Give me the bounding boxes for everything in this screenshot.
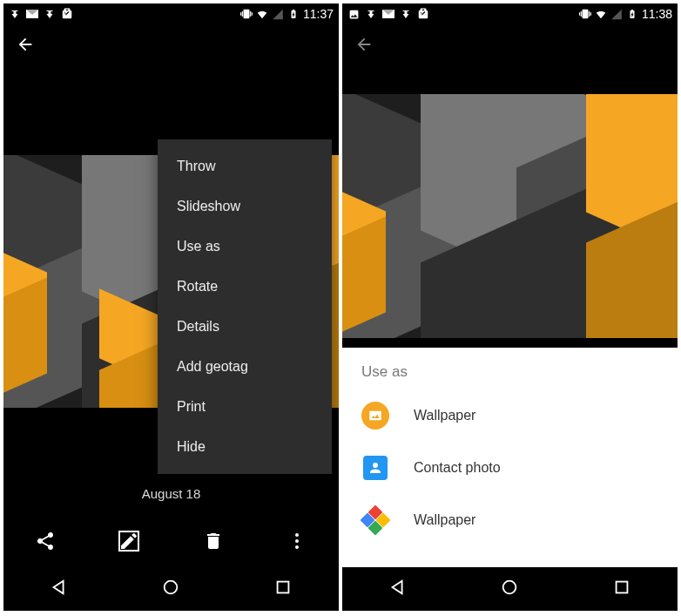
gmail-icon — [382, 10, 394, 18]
delete-button[interactable] — [202, 530, 225, 552]
phone-left: 11:37 August 18 — [3, 3, 339, 611]
download-icon — [365, 8, 377, 20]
download-icon — [400, 8, 412, 20]
svg-point-3 — [295, 545, 299, 549]
photo-action-bar — [3, 515, 339, 567]
clipboard-icon — [61, 8, 73, 20]
signal-icon — [272, 8, 284, 20]
svg-point-4 — [165, 581, 178, 594]
svg-rect-5 — [277, 582, 288, 593]
sheet-title: Use as — [342, 348, 678, 389]
battery-charging-icon — [287, 8, 300, 20]
wifi-icon — [256, 8, 268, 20]
menu-hide[interactable]: Hide — [158, 427, 332, 467]
menu-throw[interactable]: Throw — [158, 146, 332, 186]
photo-image — [342, 94, 678, 338]
svg-rect-6 — [369, 411, 381, 421]
sheet-item-label: Contact photo — [414, 460, 501, 476]
menu-print[interactable]: Print — [158, 387, 332, 427]
nav-bar — [3, 567, 339, 611]
overflow-button[interactable] — [286, 530, 308, 552]
gmail-icon — [26, 10, 38, 18]
overflow-menu: Throw Slideshow Use as Rotate Details Ad… — [158, 139, 332, 474]
nav-home-button[interactable] — [161, 578, 180, 600]
nav-recents-button[interactable] — [612, 578, 631, 600]
gallery-icon — [361, 402, 389, 430]
svg-point-2 — [295, 539, 299, 543]
google-photos-icon — [361, 506, 389, 534]
signal-icon — [610, 8, 623, 20]
menu-rotate[interactable]: Rotate — [158, 267, 332, 307]
menu-details[interactable]: Details — [158, 307, 332, 347]
svg-rect-8 — [616, 582, 627, 593]
status-bar: 11:38 — [342, 3, 678, 24]
menu-slideshow[interactable]: Slideshow — [158, 186, 332, 227]
download-icon — [44, 8, 56, 20]
status-bar: 11:37 — [3, 3, 339, 24]
vibrate-icon — [579, 8, 591, 20]
menu-use-as[interactable]: Use as — [158, 227, 332, 267]
nav-back-button[interactable] — [50, 578, 69, 600]
svg-point-1 — [295, 533, 299, 537]
clipboard-icon — [417, 8, 429, 20]
phone-right: 11:38 Use as — [342, 3, 678, 611]
wifi-icon — [595, 8, 607, 20]
status-time: 11:37 — [303, 7, 334, 21]
edit-button[interactable] — [118, 530, 140, 552]
image-icon — [347, 8, 360, 20]
sheet-item-wallpaper-gallery[interactable]: Wallpaper — [342, 389, 678, 442]
photo-date-label: August 18 — [3, 481, 339, 506]
screenshots-container: 11:37 August 18 — [0, 0, 681, 614]
share-button[interactable] — [34, 530, 57, 552]
sheet-item-contact-photo[interactable]: Contact photo — [342, 442, 678, 494]
svg-point-7 — [503, 581, 516, 594]
photo-viewer[interactable] — [342, 94, 678, 338]
sheet-item-label: Wallpaper — [414, 512, 475, 528]
menu-add-geotag[interactable]: Add geotag — [158, 347, 332, 387]
contact-icon — [361, 454, 389, 482]
top-bar — [342, 24, 678, 68]
vibrate-icon — [240, 8, 253, 20]
use-as-sheet: Use as Wallpaper Contact photo — [342, 348, 678, 567]
sheet-item-wallpaper-photos[interactable]: Wallpaper — [342, 494, 678, 546]
sheet-item-label: Wallpaper — [414, 408, 475, 423]
nav-home-button[interactable] — [500, 578, 519, 600]
nav-recents-button[interactable] — [273, 578, 293, 600]
back-button[interactable] — [354, 35, 374, 58]
nav-bar — [342, 567, 678, 611]
battery-charging-icon — [626, 8, 638, 20]
status-time: 11:38 — [642, 7, 672, 21]
back-button[interactable] — [16, 35, 35, 58]
nav-back-button[interactable] — [388, 578, 408, 600]
top-bar — [3, 24, 339, 68]
download-icon — [9, 8, 21, 20]
